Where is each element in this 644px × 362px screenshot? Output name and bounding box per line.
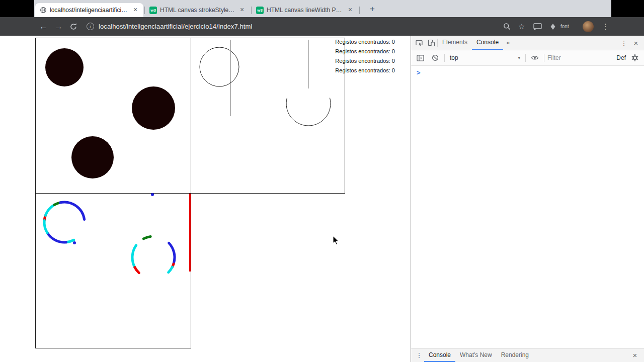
tab-elements[interactable]: Elements <box>438 36 472 50</box>
page-info-icon[interactable]: i <box>87 23 94 30</box>
console-sidebar-icon[interactable] <box>414 50 426 65</box>
tab-separator <box>251 7 252 14</box>
log-levels-dropdown[interactable]: Def <box>616 54 626 61</box>
device-toolbar-icon[interactable] <box>425 36 437 50</box>
tab-title: HTML canvas lineWidth Proper <box>267 7 343 14</box>
tab-separator <box>359 7 360 14</box>
tab-localhost[interactable]: localhost/inteligenciaartificial/e × <box>35 3 143 17</box>
console-toolbar: top ▾ Filter Def <box>411 50 644 66</box>
devtools-panel: Elements Console » ⋮ × top ▾ Fil <box>411 36 644 362</box>
colored-arc-segment <box>47 233 66 242</box>
filled-circle <box>45 48 84 86</box>
drawer-menu-icon[interactable]: ⋮ <box>414 351 424 359</box>
registros-output: Registos encontrados: 0 Registos encontr… <box>302 37 395 75</box>
url-text[interactable]: localhost/inteligenciaartificial/ejercic… <box>99 17 252 36</box>
canvas-drawings[interactable] <box>0 36 411 362</box>
devtools-close-icon[interactable]: × <box>630 36 642 50</box>
colored-arc-segment <box>44 221 47 233</box>
w3schools-favicon-icon: w3 <box>149 7 157 14</box>
clear-console-icon[interactable] <box>429 50 441 65</box>
reload-button[interactable] <box>69 17 77 36</box>
zoom-icon[interactable] <box>503 17 511 36</box>
colored-dot <box>73 241 76 244</box>
filter-input[interactable]: Filter <box>547 54 561 61</box>
font-extension-label[interactable]: font <box>560 17 569 36</box>
tab-linewidth[interactable]: w3 HTML canvas lineWidth Proper × <box>252 3 358 17</box>
bookmark-star-icon[interactable]: ☆ <box>518 17 525 36</box>
forward-button[interactable]: → <box>54 17 63 36</box>
tab-close-icon[interactable]: × <box>238 6 246 14</box>
browser-menu-icon[interactable]: ⋮ <box>602 17 609 36</box>
colored-arc-segment <box>132 245 136 267</box>
w3schools-favicon-icon: w3 <box>256 7 264 14</box>
back-button[interactable]: ← <box>39 17 48 36</box>
separator <box>525 54 526 62</box>
tab-console[interactable]: Console <box>472 36 503 50</box>
tab-strokestyle[interactable]: w3 HTML canvas strokeStyle Prop × <box>145 3 250 17</box>
tab-title: HTML canvas strokeStyle Prop <box>160 7 235 14</box>
console-output-area[interactable]: > <box>411 66 644 348</box>
chevron-down-icon: ▾ <box>518 55 520 60</box>
context-selector[interactable]: top ▾ <box>448 54 522 61</box>
filled-circle <box>132 86 175 130</box>
globe-favicon-icon <box>39 7 47 14</box>
outline-circle <box>200 47 239 86</box>
separator <box>544 54 544 62</box>
more-panels-icon[interactable]: » <box>503 36 513 50</box>
colored-arc-segment <box>135 267 139 273</box>
extension-icon[interactable] <box>550 17 555 36</box>
browser-tab-strip: localhost/inteligenciaartificial/e × w3 … <box>0 0 644 17</box>
content-area: Registos encontrados: 0 Registos encontr… <box>0 36 644 362</box>
devtools-drawer-bar: ⋮ Console What's New Rendering × <box>411 348 644 362</box>
colored-arc-segment <box>60 202 85 219</box>
mouse-cursor <box>332 235 340 246</box>
console-settings-gear-icon[interactable] <box>629 50 641 65</box>
drawer-tab-console[interactable]: Console <box>424 348 455 362</box>
profile-avatar[interactable] <box>583 21 594 32</box>
filled-circle <box>71 136 114 178</box>
new-tab-button[interactable]: + <box>367 4 378 15</box>
tab-separator <box>144 7 145 14</box>
drawer-close-icon[interactable]: × <box>629 348 641 362</box>
devtools-tab-bar: Elements Console » ⋮ × <box>411 36 644 50</box>
colored-arc-segment <box>169 243 175 264</box>
browser-toolbar: ← → i localhost/inteligenciaartificial/e… <box>0 17 644 36</box>
separator <box>444 54 445 62</box>
inspect-element-icon[interactable] <box>413 36 425 50</box>
context-selector-value: top <box>450 54 458 61</box>
page-content: Registos encontrados: 0 Registos encontr… <box>0 36 411 362</box>
tab-title: localhost/inteligenciaartificial/e <box>50 7 128 14</box>
registros-line: Registos encontrados: 0 <box>302 47 395 56</box>
drawer-tab-whats-new[interactable]: What's New <box>455 348 497 362</box>
tab-close-icon[interactable]: × <box>131 6 139 14</box>
registros-line: Registos encontrados: 0 <box>302 37 395 47</box>
devtools-menu-icon[interactable]: ⋮ <box>618 36 630 50</box>
canvas-border <box>36 194 191 348</box>
open-arc <box>286 98 331 126</box>
drawer-tab-rendering[interactable]: Rendering <box>497 348 533 362</box>
console-prompt-chevron[interactable]: > <box>417 69 421 76</box>
colored-arc-segment <box>45 205 54 215</box>
tab-close-icon[interactable]: × <box>346 6 354 14</box>
colored-dot <box>151 193 154 196</box>
colored-arc-segment <box>169 267 173 273</box>
cast-icon[interactable] <box>533 17 542 36</box>
colored-arc-segment <box>143 236 150 239</box>
registros-line: Registos encontrados: 0 <box>302 66 395 75</box>
live-expression-eye-icon[interactable] <box>529 50 541 65</box>
registros-line: Registos encontrados: 0 <box>302 56 395 66</box>
